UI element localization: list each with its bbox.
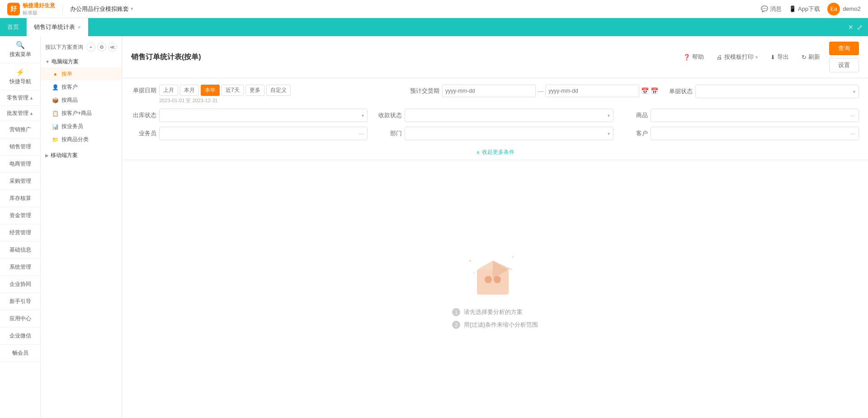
- download-icon: 📱: [789, 5, 796, 12]
- collapse-scheme-btn[interactable]: ≪: [108, 43, 117, 52]
- by-customer-product-icon: 📋: [52, 110, 59, 117]
- date-btn-last-month[interactable]: 上月: [159, 85, 178, 96]
- user-profile-btn[interactable]: Ea demo2: [827, 3, 861, 15]
- date-btn-this-year[interactable]: 本年: [201, 85, 220, 96]
- expected-date-to[interactable]: [545, 85, 639, 97]
- sidebar-item-app-center[interactable]: 应用中心: [0, 310, 40, 328]
- print-icon: 🖨: [717, 54, 722, 61]
- expected-date-label: 预计交货期: [409, 87, 439, 95]
- svg-point-4: [494, 276, 501, 283]
- department-arrow: ▾: [608, 131, 610, 136]
- date-btn-more[interactable]: 更多: [245, 85, 264, 96]
- expected-date-from[interactable]: [442, 85, 536, 97]
- mobile-scheme-expand-icon: ▶: [45, 153, 49, 158]
- payment-status-label: 收款状态: [377, 111, 402, 119]
- sidebar-item-sales-mgmt[interactable]: 销售管理: [0, 138, 40, 156]
- tab-expand-btn[interactable]: ⤢: [857, 23, 863, 32]
- sidebar-item-purchase-mgmt[interactable]: 采购管理: [0, 173, 40, 190]
- search-menu-icon: 🔍: [16, 41, 25, 49]
- sidebar: 🔍 搜索菜单 ⚡ 快捷导航 零售管理 ▲ 批发管理 ▲ 营销推广 销售管理 电商…: [0, 36, 41, 418]
- ship-status-label: 出库状态: [131, 111, 156, 119]
- sidebar-item-finance-mgmt[interactable]: 资金管理: [0, 207, 40, 224]
- scheme-panel: 按以下方案查询 + ⚙ ≪ ▼ 电脑端方案 ● 按单 👤 按客: [41, 36, 122, 418]
- quick-nav-icon: ⚡: [16, 68, 25, 76]
- goods-select[interactable]: [651, 109, 859, 122]
- sidebar-item-basic-info[interactable]: 基础信息: [0, 242, 40, 259]
- svg-point-3: [485, 276, 492, 283]
- scheme-item-by-product[interactable]: 📦 按商品: [41, 94, 122, 107]
- sidebar-item-retail-mgmt[interactable]: 零售管理 ▲: [0, 90, 40, 106]
- page-header: 销售订单统计表(按单) ❓ 帮助 🖨 按模板打印 ▾ ⬇ 导出: [122, 36, 868, 78]
- tab-close-window-btn[interactable]: ×: [848, 23, 853, 32]
- pc-scheme-collapse-icon: ▼: [45, 59, 50, 64]
- calendar-icon-to[interactable]: 📅: [651, 87, 658, 95]
- wholesale-expand-icon: ▲: [29, 111, 34, 116]
- sidebar-item-marketing[interactable]: 营销推广: [0, 121, 40, 138]
- tab-sales-order-stat[interactable]: 销售订单统计表 ×: [27, 18, 88, 36]
- pc-scheme-group: ▼ 电脑端方案 ● 按单 👤 按客户 📦 按商品 📋 按客户+商品: [41, 54, 122, 148]
- salesperson-label: 业务员: [131, 129, 156, 138]
- date-label: 单据日期: [131, 86, 156, 95]
- mobile-scheme-group: ▶ 移动端方案: [41, 148, 122, 163]
- date-btn-this-month[interactable]: 本月: [180, 85, 199, 96]
- sidebar-item-quick-nav[interactable]: ⚡ 快捷导航: [0, 63, 40, 90]
- customer-label: 客户: [623, 129, 648, 138]
- collapse-icon: ∧: [476, 149, 480, 156]
- pc-scheme-group-header[interactable]: ▼ 电脑端方案: [41, 56, 122, 67]
- salesperson-select[interactable]: [159, 127, 368, 140]
- scheme-item-by-salesperson[interactable]: 📊 按业务员: [41, 120, 122, 133]
- scheme-item-by-product-category[interactable]: 📁 按商品分类: [41, 133, 122, 146]
- date-btn-7days[interactable]: 近7天: [222, 85, 244, 96]
- sidebar-item-enterprise-wechat[interactable]: 企业微信: [0, 328, 40, 345]
- ship-status-arrow: ▾: [362, 113, 364, 118]
- date-btn-custom[interactable]: 自定义: [266, 85, 291, 96]
- export-icon: ⬇: [770, 54, 775, 61]
- sidebar-item-enterprise-collab[interactable]: 企业协同: [0, 276, 40, 293]
- tab-close-btn[interactable]: ×: [78, 24, 80, 30]
- sidebar-item-search-menu[interactable]: 🔍 搜索菜单: [0, 36, 40, 63]
- collapse-bar[interactable]: ∧ 收起更多条件: [122, 145, 868, 160]
- ship-status-select[interactable]: [159, 109, 368, 122]
- sidebar-item-ecommerce-mgmt[interactable]: 电商管理: [0, 156, 40, 173]
- refresh-btn[interactable]: ↻ 刷新: [798, 51, 824, 63]
- settings-btn[interactable]: 设置: [829, 58, 859, 72]
- sidebar-item-inventory-calc[interactable]: 库存核算: [0, 190, 40, 207]
- scheme-item-by-customer[interactable]: 👤 按客户: [41, 81, 122, 94]
- tab-home[interactable]: 首页: [0, 18, 27, 36]
- order-status-select[interactable]: [695, 85, 859, 98]
- tab-bar: 首页 销售订单统计表 × × ⤢: [0, 18, 868, 36]
- payment-status-select[interactable]: [405, 109, 613, 122]
- goods-more-btn[interactable]: ···: [850, 112, 855, 119]
- query-btn[interactable]: 查询: [829, 42, 859, 55]
- scheme-item-by-customer-product[interactable]: 📋 按客户+商品: [41, 107, 122, 120]
- empty-illustration: ✦ ✦ ✦: [466, 249, 524, 299]
- app-download-btn[interactable]: 📱 App下载: [789, 5, 820, 13]
- export-btn[interactable]: ⬇ 导出: [767, 51, 793, 63]
- settings-scheme-btn[interactable]: ⚙: [97, 43, 106, 52]
- sidebar-item-new-user-guide[interactable]: 新手引导: [0, 293, 40, 310]
- sidebar-item-system-mgmt[interactable]: 系统管理: [0, 259, 40, 276]
- app-logo-text: 畅捷通好生意 标准版: [23, 2, 55, 16]
- message-btn[interactable]: 💬 消息: [761, 5, 782, 13]
- scheme-item-by-order[interactable]: ● 按单: [41, 67, 122, 81]
- svg-text:✦: ✦: [468, 258, 472, 264]
- template-print-btn[interactable]: 🖨 按模板打印 ▾: [713, 51, 761, 63]
- calendar-icon-from[interactable]: 📅: [641, 87, 649, 95]
- add-scheme-btn[interactable]: +: [86, 43, 95, 52]
- order-status-label: 单据状态: [667, 87, 693, 95]
- sidebar-item-wholesale-mgmt[interactable]: 批发管理 ▲: [0, 106, 40, 121]
- help-btn[interactable]: ❓ 帮助: [679, 51, 708, 63]
- order-status-arrow: ▾: [853, 89, 855, 94]
- help-icon: ❓: [683, 54, 690, 61]
- sidebar-item-ops-mgmt[interactable]: 经营管理: [0, 224, 40, 242]
- breadcrumb[interactable]: 办公用品行业模拟账套 ▾: [70, 5, 133, 13]
- customer-more-btn[interactable]: ···: [850, 130, 855, 137]
- hint-num-1: 1: [452, 308, 460, 316]
- department-select[interactable]: [405, 127, 613, 140]
- date-range-hint: 2023-01-01 至 2023-12-31: [131, 97, 400, 104]
- mobile-scheme-group-header[interactable]: ▶ 移动端方案: [41, 150, 122, 161]
- customer-select[interactable]: [651, 127, 859, 140]
- sidebar-item-member[interactable]: 畅会员: [0, 345, 40, 362]
- empty-hint-2: 2 用[过滤]条件来缩小分析范围: [452, 321, 538, 329]
- salesperson-more-btn[interactable]: ···: [359, 130, 364, 137]
